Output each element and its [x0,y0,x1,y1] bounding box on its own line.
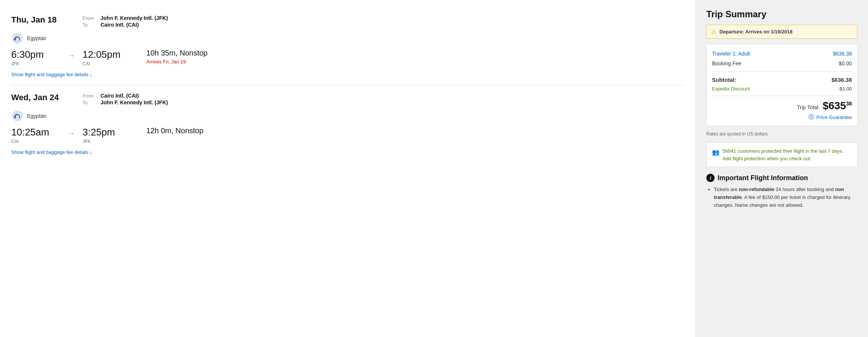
booking-fee-row: Booking Fee $0.00 [712,59,852,68]
flight-1-date: Thu, Jan 18 [11,15,71,25]
flight-1-show-details-link[interactable]: Show flight and baggage fee details ↓ [11,72,92,77]
flight-1-to-label: To [83,22,98,28]
departure-warning-banner: ⚠ Departure: Arrives on 1/19/2018 [706,25,857,39]
flight-1-airline-name: Egyptair [27,35,46,41]
svg-point-1 [14,39,16,41]
trip-total-dollars: $635 [823,100,846,111]
flight-2-depart: 10:25am CAI [11,126,60,144]
flight-2-depart-time: 10:25am [11,126,60,138]
discount-row: Expedia Discount -$1.00 [712,85,852,93]
flight-1-from-label: From [83,15,98,21]
arrow-right-icon: → [68,51,75,60]
price-divider-2 [712,96,852,96]
price-table: Traveler 1: Adult $636.38 Booking Fee $0… [706,44,857,126]
info-circle-icon: i [706,174,715,182]
flight-1-arrow: → [68,49,75,60]
flight-2-arrive-time: 3:25pm [83,126,131,138]
warning-text: Departure: Arrives on 1/19/2018 [719,29,793,35]
flight-2-from-label: From [83,93,98,99]
flight-2-depart-code: CAI [11,139,60,144]
svg-point-2 [12,111,23,121]
price-divider-1 [712,71,852,72]
flight-1-depart-time: 6:30pm [11,49,60,60]
price-guarantee-icon: ⓢ [808,113,814,121]
flight-2-duration-col: 12h 0m, Nonstop [146,126,203,135]
svg-point-3 [14,117,16,118]
trip-total-cents: 38 [846,101,852,107]
flight-1-to-airport: Cairo Intl. (CAI) [101,22,139,28]
flight-2-airline-row: Egyptair [11,110,684,122]
important-title-text: Important Flight Information [718,174,808,182]
flight-1-depart: 6:30pm JFK [11,49,60,66]
flight-2-duration: 12h 0m, Nonstop [146,126,203,135]
flight-2-arrow: → [68,126,75,137]
flight-segment-1: Thu, Jan 18 From John F. Kennedy Intl. (… [11,8,684,85]
flight-2-times: 10:25am CAI → 3:25pm JFK 12h 0m, Nonstop [11,126,684,144]
flight-2-arrive-code: JFK [83,139,131,144]
flight-1-arrive: 12:05pm CAI [83,49,131,66]
arrow-right-icon-2: → [68,129,75,137]
flight-2-date: Wed, Jan 24 [11,93,71,102]
booking-fee-value: $0.00 [839,60,852,66]
traveler-price: $636.38 [833,51,852,57]
price-guarantee-label: Price Guarantee [816,114,852,120]
booking-fee-label: Booking Fee [712,60,742,66]
flight-1-airline-row: Egyptair [11,32,684,44]
egyptair-logo-2 [11,110,23,122]
protection-banner: 👥 56041 customers protected their flight… [706,143,857,167]
subtotal-label: Subtotal: [712,77,736,83]
rates-note: Rates are quoted in US dollars [706,131,857,137]
summary-title: Trip Summary [706,9,857,20]
flight-2-route: From Cairo Intl. (CAI) To John F. Kenned… [83,93,168,106]
flight-2-to-label: To [83,100,98,105]
flight-1-duration-col: 10h 35m, Nonstop Arrives Fri, Jan 19 [146,49,207,65]
subtotal-row: Subtotal: $636.38 [712,75,852,85]
flight-segment-2: Wed, Jan 24 From Cairo Intl. (CAI) To Jo… [11,85,684,162]
flight-2-to-airport: John F. Kennedy Intl. (JFK) [101,99,168,105]
protection-icon: 👥 [712,148,719,157]
flights-panel: Thu, Jan 18 From John F. Kennedy Intl. (… [0,0,695,337]
svg-point-0 [12,33,23,44]
trip-total-row: Trip Total: $63538 [712,100,852,112]
discount-value: -$1.00 [838,86,852,92]
flight-1-times: 6:30pm JFK → 12:05pm CAI 10h 35m, Nonsto… [11,49,684,66]
traveler-row: Traveler 1: Adult $636.38 [712,49,852,59]
egyptair-logo-1 [11,32,23,44]
flight-1-arrives-notice: Arrives Fri, Jan 19 [146,59,207,65]
trip-total-amount: $63538 [823,100,852,112]
summary-panel: Trip Summary ⚠ Departure: Arrives on 1/1… [695,0,868,337]
subtotal-value: $636.38 [832,77,852,83]
important-section: i Important Flight Information Tickets a… [706,174,857,209]
traveler-label[interactable]: Traveler 1: Adult [712,51,750,57]
flight-1-duration: 10h 35m, Nonstop [146,49,207,57]
flight-1-depart-code: JFK [11,61,60,66]
warning-triangle-icon: ⚠ [711,28,716,35]
discount-label: Expedia Discount [712,86,750,92]
flight-2-show-details-link[interactable]: Show flight and baggage fee details ↓ [11,149,92,155]
trip-total-label: Trip Total: [797,104,820,110]
price-guarantee-link[interactable]: ⓢ Price Guarantee [712,113,852,121]
flight-1-arrive-code: CAI [83,61,131,66]
flight-2-arrive: 3:25pm JFK [83,126,131,144]
flight-1-arrive-time: 12:05pm [83,49,131,60]
important-title-row: i Important Flight Information [706,174,857,182]
important-list-item-1: Tickets are non-refundable 24 hours afte… [714,186,857,209]
flight-2-airline-name: Egyptair [27,113,46,119]
flight-1-from-airport: John F. Kennedy Intl. (JFK) [101,15,168,21]
flight-2-from-airport: Cairo Intl. (CAI) [101,93,139,99]
flight-1-route: From John F. Kennedy Intl. (JFK) To Cair… [83,15,168,29]
protection-text: 56041 customers protected their flight i… [722,147,852,162]
important-list: Tickets are non-refundable 24 hours afte… [706,186,857,209]
